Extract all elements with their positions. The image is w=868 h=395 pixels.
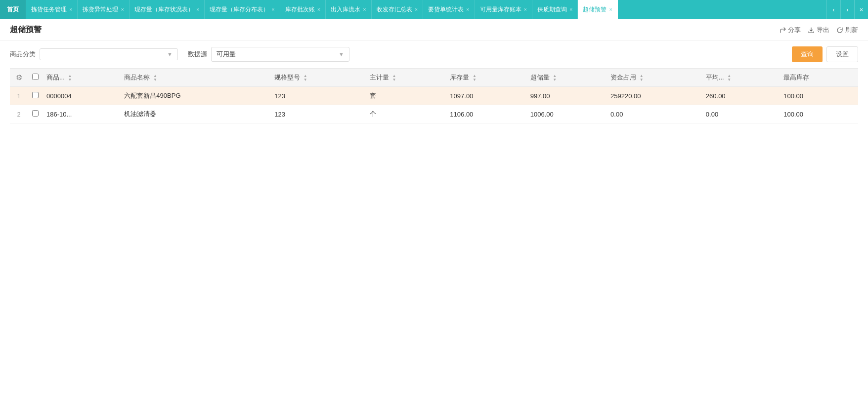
nav-tab-2[interactable]: 现存量（库存状况表） × [130,0,205,19]
datasource-select-value: 可用量 [217,50,236,59]
sort-icon: ▲▼ [640,74,644,82]
nav-tab-0[interactable]: 拣货任务管理 × [26,0,78,19]
close-icon[interactable]: × [196,6,199,12]
nav-tab-7[interactable]: 要货单统计表 × [423,0,475,19]
datasource-label: 数据源 [188,50,207,59]
row-number: 2 [10,105,28,123]
cell-product-name: 六配套新昌490BPG [120,87,270,105]
nav-tab-10[interactable]: 超储预警 × [578,0,617,19]
sort-icon: ▲▼ [304,74,307,82]
nav-arrow-close[interactable]: × [854,0,868,19]
export-icon [808,27,815,34]
th-capital[interactable]: 资金占用 ▲▼ [607,69,702,87]
cell-max-stock: 100.00 [780,105,858,123]
close-icon[interactable]: × [317,6,320,12]
datasource-select[interactable]: 可用量 ▼ [211,47,349,62]
sort-icon: ▲▼ [153,74,157,82]
th-gear: ⚙ [10,69,28,87]
cell-unit: 套 [366,87,446,105]
nav-home[interactable]: 首页 [0,0,26,19]
close-icon[interactable]: × [415,6,418,12]
cell-max-stock: 100.00 [780,87,858,105]
page-container: 超储预警 分享 导出 刷新 商品 [0,19,868,395]
cell-over-stock: 997.00 [526,87,607,105]
header-actions: 分享 导出 刷新 [779,26,858,35]
cell-stock: 1106.00 [446,105,526,123]
data-table: ⚙ 商品... ▲▼ 商品名称 ▲▼ 规格型号 ▲▼ [10,68,858,123]
th-product-name[interactable]: 商品名称 ▲▼ [120,69,270,87]
sort-icon: ▲▼ [68,74,72,82]
nav-arrow-left[interactable]: ‹ [826,0,840,19]
th-checkbox [28,69,43,87]
close-icon[interactable]: × [569,6,572,12]
th-max-stock[interactable]: 最高库存 [780,69,858,87]
th-avg[interactable]: 平均... ▲▼ [702,69,780,87]
row-number: 1 [10,87,28,105]
th-unit[interactable]: 主计量 ▲▼ [366,69,446,87]
cell-capital: 0.00 [607,105,702,123]
nav-tab-4[interactable]: 库存批次账 × [280,0,326,19]
sort-icon: ▲▼ [553,74,557,82]
filter-actions: 查询 设置 [792,46,858,62]
refresh-action[interactable]: 刷新 [836,26,858,35]
nav-tab-8[interactable]: 可用量库存账本 × [475,0,532,19]
page-title: 超储预警 [10,25,42,35]
row-checkbox-cell [28,87,43,105]
th-spec[interactable]: 规格型号 ▲▼ [270,69,366,87]
chevron-down-icon: ▼ [339,51,344,57]
close-icon[interactable]: × [466,6,469,12]
nav-tab-list: 拣货任务管理 × 拣货异常处理 × 现存量（库存状况表） × 现存量（库存分布表… [26,0,826,19]
query-button[interactable]: 查询 [792,46,823,62]
close-icon[interactable]: × [609,6,612,12]
nav-tab-1[interactable]: 拣货异常处理 × [78,0,129,19]
nav-arrow-group: ‹ › × [826,0,868,19]
cell-avg: 260.00 [702,87,780,105]
cell-avg: 0.00 [702,105,780,123]
th-over-stock[interactable]: 超储量 ▲▼ [526,69,607,87]
refresh-icon [836,27,843,34]
cell-over-stock: 1006.00 [526,105,607,123]
category-filter: 商品分类 ▼ [10,48,178,60]
share-icon [779,27,786,34]
data-table-wrapper: ⚙ 商品... ▲▼ 商品名称 ▲▼ 规格型号 ▲▼ [0,68,868,123]
cell-product-code: 0000004 [43,87,120,105]
th-stock[interactable]: 库存量 ▲▼ [446,69,526,87]
nav-tab-3[interactable]: 现存量（库存分布表） × [205,0,280,19]
settings-button[interactable]: 设置 [826,46,858,62]
page-header: 超储预警 分享 导出 刷新 [0,19,868,40]
cell-spec: 123 [270,87,366,105]
cell-product-code: 186-10... [43,105,120,123]
close-icon[interactable]: × [271,6,274,12]
table-header-row: ⚙ 商品... ▲▼ 商品名称 ▲▼ 规格型号 ▲▼ [10,69,858,87]
sort-icon: ▲▼ [727,74,731,82]
sort-icon: ▲▼ [392,74,396,82]
table-row: 2 186-10... 机油滤清器 123 个 1106.00 1006.00 … [10,105,858,123]
cell-unit: 个 [366,105,446,123]
select-all-checkbox[interactable] [32,74,39,80]
nav-arrow-right[interactable]: › [840,0,854,19]
share-action[interactable]: 分享 [779,26,801,35]
close-icon[interactable]: × [363,6,366,12]
top-navigation: 首页 拣货任务管理 × 拣货异常处理 × 现存量（库存状况表） × 现存量（库存… [0,0,868,19]
nav-tab-6[interactable]: 收发存汇总表 × [372,0,423,19]
cell-spec: 123 [270,105,366,123]
close-icon[interactable]: × [69,6,72,12]
category-label: 商品分类 [10,50,36,59]
cell-product-name: 机油滤清器 [120,105,270,123]
cell-stock: 1097.00 [446,87,526,105]
filter-bar: 商品分类 ▼ 数据源 可用量 ▼ 查询 设置 [0,40,868,68]
close-icon[interactable]: × [121,6,124,12]
export-action[interactable]: 导出 [808,26,829,35]
row-checkbox[interactable] [32,92,39,98]
nav-tab-5[interactable]: 出入库流水 × [326,0,371,19]
cell-capital: 259220.00 [607,87,702,105]
chevron-down-icon: ▼ [167,51,173,57]
table-row: 1 0000004 六配套新昌490BPG 123 套 1097.00 997.… [10,87,858,105]
close-icon[interactable]: × [524,6,527,12]
sort-icon: ▲▼ [473,74,477,82]
nav-tab-9[interactable]: 保质期查询 × [532,0,578,19]
datasource-filter: 数据源 可用量 ▼ [188,47,349,62]
category-select[interactable]: ▼ [40,48,178,60]
row-checkbox[interactable] [32,110,39,117]
th-product-code[interactable]: 商品... ▲▼ [43,69,120,87]
